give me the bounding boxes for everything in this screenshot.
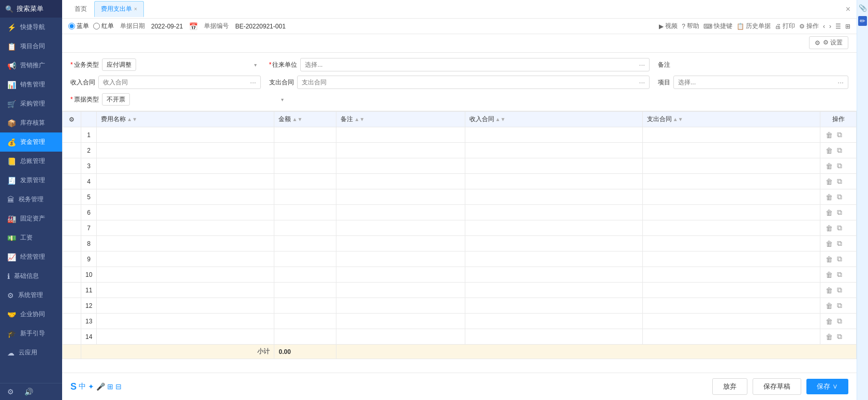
help-btn[interactable]: ? 帮助 — [682, 22, 699, 31]
volume-icon[interactable]: 🔊 — [24, 388, 33, 396]
row-expense-contract[interactable] — [642, 158, 820, 174]
delete-row-button[interactable]: 🗑 — [825, 176, 834, 187]
row-expense-contract[interactable] — [642, 267, 820, 283]
save-button[interactable]: 保存 ∨ — [806, 379, 848, 394]
sidebar-item-fund-mgmt[interactable]: 💰 资金管理 — [0, 132, 62, 152]
delete-row-button[interactable]: 🗑 — [825, 192, 834, 202]
income-contract-dots[interactable]: ··· — [250, 78, 256, 86]
row-income-contract[interactable] — [465, 236, 642, 251]
business-type-select[interactable]: 应付调整 — [102, 58, 136, 71]
delete-row-button[interactable]: 🗑 — [825, 254, 834, 264]
invoice-type-select-wrapper[interactable]: 不开票 — [102, 93, 288, 106]
sidebar-item-sales-mgmt[interactable]: 📊 销售管理 — [0, 75, 62, 94]
invoice-type-select[interactable]: 不开票 — [102, 93, 130, 106]
sidebar-item-invoice-mgmt[interactable]: 🧾 发票管理 — [0, 171, 62, 190]
row-expense-name[interactable] — [97, 283, 274, 298]
row-amount[interactable] — [274, 143, 336, 158]
shortcut-btn[interactable]: ⌨ 快捷键 — [703, 22, 732, 31]
expense-contract-wrapper[interactable]: ··· — [297, 76, 650, 89]
tab-close-icon[interactable]: × — [134, 6, 137, 12]
tab-expense-bill[interactable]: 费用支出单 × — [94, 1, 144, 17]
income-contract-wrapper[interactable]: ··· — [98, 76, 261, 89]
th-settings[interactable]: ⚙ — [63, 112, 81, 127]
delete-row-button[interactable]: 🗑 — [825, 332, 834, 342]
row-remark[interactable] — [336, 251, 465, 267]
blue-bill-radio[interactable]: 蓝单 — [68, 22, 89, 31]
discard-button[interactable]: 放弃 — [712, 378, 747, 395]
delete-row-button[interactable]: 🗑 — [825, 130, 834, 140]
row-expense-contract[interactable] — [642, 143, 820, 158]
sidebar-item-new-guide[interactable]: 🎓 新手引导 — [0, 324, 62, 343]
row-expense-contract[interactable] — [642, 127, 820, 143]
sidebar-item-project-contract[interactable]: 📋 项目合同 — [0, 37, 62, 56]
row-amount[interactable] — [274, 220, 336, 236]
delete-row-button[interactable]: 🗑 — [825, 301, 834, 311]
attachment-icon[interactable]: 📎 — [859, 4, 867, 12]
row-income-contract[interactable] — [465, 220, 642, 236]
project-input[interactable] — [678, 79, 837, 86]
row-income-contract[interactable] — [465, 251, 642, 267]
copy-row-button[interactable]: ⧉ — [836, 316, 843, 327]
row-remark[interactable] — [336, 143, 465, 158]
row-expense-contract[interactable] — [642, 329, 820, 345]
row-remark[interactable] — [336, 205, 465, 220]
expense-contract-input[interactable] — [302, 79, 639, 86]
row-amount[interactable] — [274, 236, 336, 251]
sidebar-item-enterprise-coop[interactable]: 🤝 企业协同 — [0, 305, 62, 324]
copy-row-button[interactable]: ⧉ — [836, 176, 843, 187]
row-expense-name[interactable] — [97, 174, 274, 189]
row-income-contract[interactable] — [465, 189, 642, 205]
row-amount[interactable] — [274, 205, 336, 220]
th-expense-name[interactable]: 费用名称 ▲▼ — [97, 112, 274, 127]
row-expense-contract[interactable] — [642, 236, 820, 251]
copy-row-button[interactable]: ⧉ — [836, 145, 843, 156]
copy-row-button[interactable]: ⧉ — [836, 285, 843, 295]
income-contract-input[interactable] — [103, 79, 250, 86]
row-expense-name[interactable] — [97, 236, 274, 251]
row-income-contract[interactable] — [465, 158, 642, 174]
row-amount[interactable] — [274, 189, 336, 205]
row-expense-name[interactable] — [97, 298, 274, 314]
row-amount[interactable] — [274, 329, 336, 345]
sidebar-item-cloud-apps[interactable]: ☁ 云应用 — [0, 343, 62, 362]
row-amount[interactable] — [274, 158, 336, 174]
row-expense-name[interactable] — [97, 205, 274, 220]
operation-btn[interactable]: ⚙ 操作 — [799, 22, 819, 31]
sidebar-item-purchase-mgmt[interactable]: 🛒 采购管理 — [0, 94, 62, 113]
row-expense-name[interactable] — [97, 220, 274, 236]
row-remark[interactable] — [336, 314, 465, 329]
row-amount[interactable] — [274, 127, 336, 143]
row-income-contract[interactable] — [465, 143, 642, 158]
list-view-btn[interactable]: ☰ — [835, 23, 841, 30]
sidebar-item-quick-nav[interactable]: ⚡ 快捷导航 — [0, 18, 62, 37]
delete-row-button[interactable]: 🗑 — [825, 223, 834, 233]
delete-row-button[interactable]: 🗑 — [825, 239, 834, 249]
delete-row-button[interactable]: 🗑 — [825, 145, 834, 156]
calendar-icon[interactable]: 📅 — [189, 22, 198, 31]
business-type-select-wrapper[interactable]: 应付调整 — [102, 58, 261, 71]
row-income-contract[interactable] — [465, 127, 642, 143]
row-expense-contract[interactable] — [642, 314, 820, 329]
delete-row-button[interactable]: 🗑 — [825, 208, 834, 218]
row-amount[interactable] — [274, 174, 336, 189]
sort-amount-icon[interactable]: ▲▼ — [292, 117, 302, 122]
copy-row-button[interactable]: ⧉ — [836, 160, 843, 171]
row-expense-name[interactable] — [97, 158, 274, 174]
row-amount[interactable] — [274, 267, 336, 283]
row-remark[interactable] — [336, 220, 465, 236]
row-amount[interactable] — [274, 298, 336, 314]
row-expense-name[interactable] — [97, 329, 274, 345]
row-amount[interactable] — [274, 314, 336, 329]
history-btn[interactable]: 📋 历史单据 — [737, 22, 771, 31]
row-expense-contract[interactable] — [642, 205, 820, 220]
row-expense-contract[interactable] — [642, 283, 820, 298]
sidebar-item-basic-info[interactable]: ℹ 基础信息 — [0, 266, 62, 286]
row-remark[interactable] — [336, 267, 465, 283]
row-remark[interactable] — [336, 174, 465, 189]
next-btn[interactable]: › — [829, 23, 831, 30]
settings-button[interactable]: ⚙ ⚙ 设置 — [809, 36, 848, 49]
row-remark[interactable] — [336, 127, 465, 143]
grid-view-btn[interactable]: ⊞ — [845, 23, 850, 30]
sidebar-search[interactable]: 🔍 搜索菜单 — [0, 0, 62, 18]
th-expense-contract[interactable]: 支出合同 ▲▼ — [642, 112, 820, 127]
